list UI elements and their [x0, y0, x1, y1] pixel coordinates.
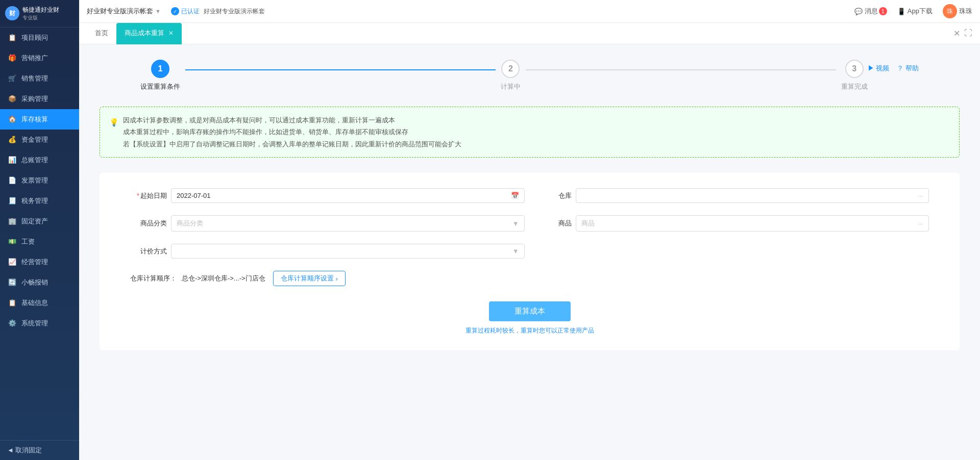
verified-badge: ✓ 已认证 好业财专业版演示帐套: [171, 7, 265, 16]
sidebar-item-label-sales: 销售管理: [21, 74, 48, 83]
accounting-icon: 📊: [7, 155, 17, 165]
start-date-label: *起始日期: [130, 191, 171, 200]
project-icon: 📋: [7, 33, 17, 43]
sidebar-item-label-accounting: 总账管理: [21, 156, 48, 165]
warehouse-input[interactable]: ···: [576, 188, 929, 203]
sidebar-item-label-salary: 工资: [21, 237, 35, 246]
sidebar-item-label-expense: 小畅报销: [21, 278, 48, 287]
step-1-circle: 1: [151, 60, 169, 78]
calendar-icon: 📅: [511, 192, 519, 199]
submit-button[interactable]: 重算成本: [489, 301, 571, 321]
sidebar-item-label-marketing: 营销推广: [21, 54, 48, 63]
stepper: 1 设置重算条件 2 计算中 3 重算完成 ▶ 视频 ？ 帮助: [100, 60, 960, 91]
category-select[interactable]: 商品分类 ▼: [171, 215, 525, 232]
stepper-line-2: [526, 69, 836, 70]
avatar: 珠: [943, 4, 957, 18]
info-box: 💡 因成本计算参数调整，或是对商品成本有疑问时，可以通过成本重算功能，重新计算一…: [100, 107, 960, 158]
user-menu[interactable]: 珠 珠珠: [943, 4, 972, 18]
form-row-2: 商品分类 商品分类 ▼ 商品 商品 ···: [130, 215, 929, 232]
tab-close-icon[interactable]: ✕: [168, 30, 174, 37]
pricing-select[interactable]: ▼: [171, 244, 525, 259]
sidebar: 财 畅捷通好业财 专业版 📋 项目顾问 🎁 营销推广 🛒 销售管理 📦 采购管理…: [0, 0, 79, 460]
warehouse-order-label: 仓库计算顺序：: [130, 274, 177, 283]
sidebar-item-expense[interactable]: 🔄 小畅报销: [0, 272, 79, 293]
sidebar-item-marketing[interactable]: 🎁 营销推广: [0, 48, 79, 68]
sidebar-nav: 📋 项目顾问 🎁 营销推广 🛒 销售管理 📦 采购管理 🏠 库存核算 💰 资金管…: [0, 28, 79, 440]
chevron-right-icon: ›: [336, 275, 338, 283]
sidebar-item-tax[interactable]: 🧾 税务管理: [0, 191, 79, 211]
close-tab-icon[interactable]: ✕: [953, 29, 960, 38]
warehouse-field: 仓库 ···: [535, 188, 929, 203]
warehouse-order-button[interactable]: 仓库计算顺序设置 ›: [273, 271, 346, 286]
goods-input[interactable]: 商品 ···: [576, 215, 929, 232]
pricing-label: 计价方式: [130, 247, 171, 256]
submit-note: 重算过程耗时较长，重算时您可以正常使用产品: [130, 326, 929, 335]
warehouse-order-row: 仓库计算顺序： 总仓->深圳仓库->...->门店仓 仓库计算顺序设置 ›: [130, 271, 929, 286]
sidebar-item-finance[interactable]: 💰 资金管理: [0, 130, 79, 150]
sales-icon: 🛒: [7, 73, 17, 84]
sidebar-item-sales[interactable]: 🛒 销售管理: [0, 68, 79, 89]
sidebar-item-label-inventory: 库存核算: [21, 115, 48, 124]
sidebar-item-assets[interactable]: 🏢 固定资产: [0, 211, 79, 232]
sidebar-item-salary[interactable]: 💵 工资: [0, 232, 79, 252]
step-2-circle: 2: [501, 60, 520, 78]
sidebar-item-label-basic: 基础信息: [21, 298, 48, 308]
logo-icon: 财: [5, 6, 19, 20]
start-date-input[interactable]: 2022-07-01 📅: [171, 188, 525, 203]
invoice-icon: 📄: [7, 175, 17, 186]
topbar-right: 💬 消息 1 📱 App下载 珠 珠珠: [854, 4, 972, 18]
shield-icon: ✓: [171, 7, 179, 15]
sidebar-item-operation[interactable]: 📈 经营管理: [0, 252, 79, 272]
account-chevron-icon: ▼: [155, 8, 161, 14]
warehouse-label: 仓库: [535, 191, 576, 200]
sidebar-item-project[interactable]: 📋 项目顾问: [0, 28, 79, 48]
sidebar-item-label-tax: 税务管理: [21, 196, 48, 206]
expand-icon[interactable]: ⛶: [964, 29, 972, 38]
sidebar-item-label-purchase: 采购管理: [21, 94, 48, 104]
category-field: 商品分类 商品分类 ▼: [130, 215, 525, 232]
logo-text: 畅捷通好业财 专业版: [22, 6, 59, 21]
step-3: 3 重算完成: [841, 60, 868, 91]
sidebar-item-invoice[interactable]: 📄 发票管理: [0, 170, 79, 191]
tax-icon: 🧾: [7, 196, 17, 206]
start-date-field: *起始日期 2022-07-01 📅: [130, 188, 525, 203]
salary-icon: 💵: [7, 237, 17, 247]
operation-icon: 📈: [7, 257, 17, 267]
step-3-circle: 3: [845, 60, 864, 78]
goods-dots-icon: ···: [918, 220, 923, 227]
assets-icon: 🏢: [7, 216, 17, 226]
sidebar-item-accounting[interactable]: 📊 总账管理: [0, 150, 79, 170]
sidebar-item-basic[interactable]: 📋 基础信息: [0, 293, 79, 313]
step-1-label: 设置重算条件: [140, 82, 180, 91]
page-content: 1 设置重算条件 2 计算中 3 重算完成 ▶ 视频 ？ 帮助 💡 因成本计算参…: [79, 44, 980, 460]
message-icon: 💬: [854, 8, 863, 15]
sidebar-unpin[interactable]: ◄ 取消固定: [0, 440, 79, 460]
category-label: 商品分类: [130, 219, 171, 228]
form-section: *起始日期 2022-07-01 📅 仓库 ···: [100, 173, 960, 350]
tabbar: 首页 商品成本重算 ✕ ✕ ⛶: [79, 23, 980, 44]
message-button[interactable]: 💬 消息 1: [854, 7, 887, 16]
form-row-3: 计价方式 ▼: [130, 244, 929, 259]
sidebar-item-label-system: 系统管理: [21, 319, 48, 328]
video-link[interactable]: ▶ 视频: [868, 64, 890, 73]
finance-icon: 💰: [7, 135, 17, 145]
step-2-label: 计算中: [501, 82, 521, 91]
step-2: 2 计算中: [501, 60, 521, 91]
submit-area: 重算成本 重算过程耗时较长，重算时您可以正常使用产品: [130, 301, 929, 335]
sidebar-item-purchase[interactable]: 📦 采购管理: [0, 89, 79, 109]
app-download-button[interactable]: 📱 App下载: [897, 7, 933, 16]
main-content: 好业财专业版演示帐套 ▼ ✓ 已认证 好业财专业版演示帐套 💬 消息 1 📱 A…: [79, 0, 980, 460]
tab-home[interactable]: 首页: [87, 23, 116, 44]
message-badge: 1: [879, 7, 887, 15]
info-icon: 💡: [109, 115, 119, 129]
form-row-1: *起始日期 2022-07-01 📅 仓库 ···: [130, 188, 929, 203]
sidebar-item-system[interactable]: ⚙️ 系统管理: [0, 313, 79, 334]
purchase-icon: 📦: [7, 94, 17, 104]
warehouse-dots-icon: ···: [918, 192, 923, 199]
sidebar-item-label-operation: 经营管理: [21, 258, 48, 267]
help-link[interactable]: ？ 帮助: [897, 64, 919, 73]
sidebar-item-inventory[interactable]: 🏠 库存核算: [0, 109, 79, 130]
tab-recalc[interactable]: 商品成本重算 ✕: [116, 23, 182, 44]
account-selector[interactable]: 好业财专业版演示帐套 ▼: [87, 7, 161, 16]
step-1: 1 设置重算条件: [140, 60, 180, 91]
